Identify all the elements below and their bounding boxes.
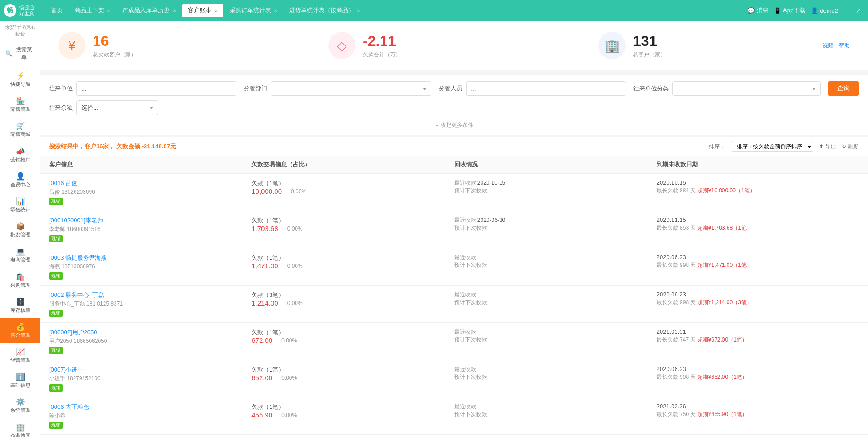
close-icon[interactable]: ✕	[107, 8, 110, 13]
sidebar-item-ecom[interactable]: 💻 电商管理	[0, 242, 40, 267]
customer-name-link[interactable]: [0006]去下粮仓	[49, 403, 89, 410]
video-link[interactable]: 视频	[823, 42, 833, 50]
overdue-link[interactable]: 超期¥652.00（1笔）	[697, 374, 748, 380]
customer-name-link[interactable]: [0007]小进千	[49, 366, 83, 373]
tab-inbound-stats[interactable]: 进货单统计表（按商品） ✕	[284, 4, 366, 17]
debt-ratio: 0.00%	[281, 375, 297, 381]
sidebar-item-finance[interactable]: 💰 资金管理	[0, 318, 40, 343]
collection-cell: 最近收款 预计下次收款	[454, 366, 657, 381]
customer-contact: 陈小希	[49, 412, 251, 420]
sidebar-item-quick-nav[interactable]: ⚡ 快捷导航	[0, 67, 40, 92]
table-row: [0002]服务中心_丁磊 服务中心_丁磊 181 0125 8371 现销 欠…	[40, 286, 868, 323]
message-button[interactable]: 💬 消息	[748, 6, 768, 15]
customer-name-link[interactable]: [0003]畅捷服务尹海燕	[49, 254, 107, 261]
collection-latest: 最近收款 2020-10-15	[454, 179, 657, 187]
collection-cell: 最近收款 2020-10-15 预计下次收款	[454, 179, 657, 195]
help-link[interactable]: 帮助	[839, 42, 850, 50]
filter-row-1: 往来单位 ... 分管部门 分管人员	[49, 81, 859, 96]
customer-tag: 现销	[49, 198, 63, 205]
stat-card-total-customers: 🏢 131 总客户（家） 视频 帮助	[589, 28, 859, 63]
close-icon[interactable]: ✕	[172, 8, 176, 13]
message-icon: 💬	[748, 7, 755, 14]
close-icon[interactable]: ✕	[357, 8, 361, 13]
tab-product-offshelf[interactable]: 商品上下架 ✕	[69, 4, 116, 17]
customer-name-link[interactable]: [0016]吕俊	[49, 180, 77, 186]
tab-home[interactable]: 首页	[45, 4, 68, 17]
unit-category-input[interactable]	[672, 81, 821, 96]
sidebar-item-marketing[interactable]: 📣 营销推广	[0, 142, 40, 167]
enterprise-icon: 🏢	[16, 423, 25, 432]
collection-cell: 最近收款 预计下次收款	[454, 254, 657, 269]
table-row: [0016]吕俊 吕俊 13026203696 现销 欠款（1笔） 10,000…	[40, 174, 868, 211]
sidebar-item-purchase[interactable]: 🛍️ 采购管理	[0, 268, 40, 293]
overdue-link[interactable]: 超期¥455.90（1笔）	[697, 411, 748, 417]
sort-select[interactable]: 排序：按欠款金额倒序排序	[731, 141, 813, 152]
person-input[interactable]: ...	[466, 81, 626, 96]
tab-production-history[interactable]: 产成品入库单历史 ✕	[117, 4, 181, 17]
tab-purchase-order[interactable]: 采购订单统计表 ✕	[224, 4, 283, 17]
sidebar-item-retail-mall[interactable]: 🛒 零售商城	[0, 117, 40, 142]
sidebar-item-enterprise[interactable]: 🏢 企业协同	[0, 418, 40, 437]
stat-value-debt: -2.11	[363, 32, 401, 50]
debt-count: 欠款（1笔）	[251, 216, 454, 225]
sidebar-item-system[interactable]: ⚙️ 系统管理	[0, 393, 40, 418]
app-download-button[interactable]: 📱 App下载	[774, 6, 805, 15]
customer-name-link[interactable]: [0002]服务中心_丁磊	[49, 291, 104, 298]
debt-count: 欠款（1笔）	[251, 366, 454, 374]
retail-stats-icon: 📊	[16, 197, 25, 206]
collection-cell: 最近收款 2020-06-30 预计下次收款	[454, 216, 657, 232]
tab-customer-account[interactable]: 客户账本 ✕	[182, 4, 223, 17]
close-icon[interactable]: ✕	[274, 8, 277, 13]
refresh-button[interactable]: ↻ 刷新	[842, 143, 859, 151]
sidebar-item-inventory[interactable]: 🗄️ 库存核算	[0, 293, 40, 318]
maximize-button[interactable]: ⤢	[854, 6, 863, 15]
overdue-link[interactable]: 超期¥1,214.00（3笔）	[697, 299, 752, 306]
search-menu-button[interactable]: 🔍 搜索菜单	[4, 44, 36, 63]
collection-cell: 最近收款 预计下次收款	[454, 328, 657, 344]
overdue-link[interactable]: 超期¥1,703.68（1笔）	[697, 225, 752, 231]
table-row: [000002]用户2050 用户2050 18665062050 现销 欠款（…	[40, 323, 868, 360]
source-unit-input[interactable]: ...	[76, 81, 236, 96]
due-date-cell: 2020.06.23 最长欠款 998 天 超期¥652.00（1笔）	[657, 366, 859, 381]
collapse-row[interactable]: ∧ 收起更多条件	[49, 120, 859, 131]
sidebar-item-ops[interactable]: 📈 经营管理	[0, 343, 40, 368]
debt-count: 欠款（1笔）	[251, 179, 454, 187]
sidebar-search[interactable]: 🔍 搜索菜单	[0, 40, 40, 67]
sidebar-item-retail-stats[interactable]: 📊 零售统计	[0, 192, 40, 217]
close-icon[interactable]: ✕	[214, 8, 218, 13]
collection-latest: 最近收款 2020-06-30	[454, 216, 657, 224]
customer-name-link[interactable]: [000002]用户2050	[49, 329, 97, 336]
stat-info-customers: 16 总欠款客户（家）	[93, 32, 136, 58]
debt-count: 欠款（1笔）	[251, 328, 454, 337]
sidebar-item-basic-info[interactable]: ℹ️ 基础信息	[0, 368, 40, 393]
dept-input[interactable]	[271, 81, 431, 96]
user-avatar[interactable]: 👤 demo2	[811, 7, 838, 14]
due-date-cell: 2020.10.15 最长欠款 884 天 超期¥10,000.00（1笔）	[657, 179, 859, 195]
balance-input[interactable]: 选择...	[76, 100, 158, 115]
overdue-link[interactable]: 超期¥672.00（1笔）	[697, 337, 748, 343]
sidebar-item-member[interactable]: 👤 会员中心	[0, 167, 40, 192]
collection-latest: 最近收款	[454, 366, 657, 373]
sidebar-item-retail-mgmt[interactable]: 🏪 零售管理	[0, 92, 40, 117]
overdue-link[interactable]: 超期¥1,471.00（1笔）	[697, 262, 752, 268]
customer-contact: 小进千 18279152100	[49, 375, 251, 382]
search-button[interactable]: 查询	[828, 81, 859, 96]
overdue-link[interactable]: 超期¥10,000.00（1笔）	[697, 187, 755, 194]
due-date: 2021.02.26	[657, 403, 859, 410]
customer-name-link[interactable]: [0001020001]李老师	[49, 217, 103, 224]
header-right: 💬 消息 📱 App下载 👤 demo2 — ⤢	[748, 6, 863, 15]
debt-row-content: 455.90 0.00%	[251, 411, 454, 419]
sidebar-item-batch-mgmt[interactable]: 📦 批发管理	[0, 217, 40, 242]
debt-row-content: 672.00 0.00%	[251, 337, 454, 344]
ecom-icon: 💻	[16, 247, 25, 256]
minimize-button[interactable]: —	[843, 6, 852, 15]
debt-row-content: 652.00 0.00%	[251, 374, 454, 382]
quick-nav-icon: ⚡	[16, 71, 25, 80]
debt-row-content: 1,703.68 0.00%	[251, 225, 454, 232]
debt-ratio: 0.00%	[281, 337, 297, 344]
export-button[interactable]: ⬆ 导出	[819, 143, 836, 151]
stat-icon-debt: ◇	[328, 32, 356, 59]
chevron-down-icon	[423, 88, 426, 90]
debt-amount: 1,703.68	[251, 225, 278, 232]
filter-area: 往来单位 ... 分管部门 分管人员	[40, 75, 868, 135]
